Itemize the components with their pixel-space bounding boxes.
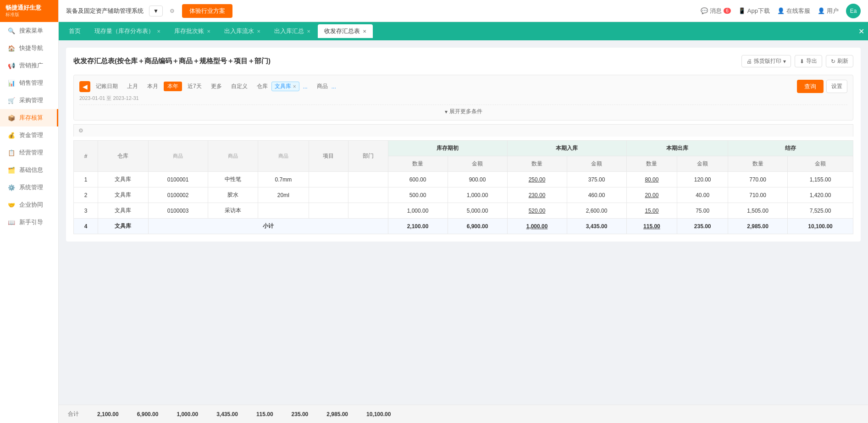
tab-flow[interactable]: 出入库流水 ✕ bbox=[218, 24, 267, 38]
sidebar-item-search[interactable]: 🔍 搜索菜单 bbox=[0, 22, 58, 39]
col-header-department: 部门 bbox=[348, 141, 388, 172]
col-opening-qty: 数量 bbox=[388, 156, 448, 172]
total-bar: 合计 2,100.00 6,900.00 1,000.00 3,435.00 1… bbox=[59, 405, 868, 423]
cell-out-amount: 75.00 bbox=[677, 203, 728, 219]
col-closing-qty: 数量 bbox=[728, 156, 788, 172]
search-button[interactable]: 查询 bbox=[797, 80, 824, 93]
filter-setting-button[interactable]: 设置 bbox=[826, 80, 847, 93]
cell-warehouse: 文具库 bbox=[98, 172, 148, 187]
cell-out-qty[interactable]: 15.00 bbox=[626, 203, 677, 219]
date-filter-label: 记账日期 bbox=[96, 82, 118, 90]
cell-department bbox=[348, 172, 388, 187]
inventory-icon: 📦 bbox=[7, 114, 16, 122]
search-icon: 🔍 bbox=[7, 27, 16, 35]
cell-product-spec: 0.7mm bbox=[258, 172, 309, 187]
cell-in-qty[interactable]: 230.00 bbox=[507, 187, 567, 203]
sidebar-item-basic[interactable]: 🗂️ 基础信息 bbox=[0, 161, 58, 179]
table-row: 3 文具库 0100003 采访本 1,000.00 5,000.00 520.… bbox=[74, 203, 853, 219]
cell-product-spec bbox=[258, 203, 309, 219]
tab-batch-close[interactable]: ✕ bbox=[207, 29, 210, 34]
tab-receive-summary-label: 收发存汇总表 bbox=[324, 27, 360, 35]
sidebar-item-purchase[interactable]: 🛒 采购管理 bbox=[0, 92, 58, 109]
expand-conditions-button[interactable]: ▾ 展开更多条件 bbox=[445, 108, 482, 115]
sidebar-item-marketing[interactable]: 📢 营销推广 bbox=[0, 57, 58, 74]
dropdown-label: ▼ bbox=[153, 8, 159, 14]
total-in-qty: 1,000.00 bbox=[177, 411, 198, 418]
message-icon: 💬 bbox=[701, 7, 708, 14]
col-header-opening: 库存期初 bbox=[388, 141, 507, 156]
sidebar-item-finance[interactable]: 💰 资金管理 bbox=[0, 126, 58, 144]
date-btn-this-year[interactable]: 本年 bbox=[164, 82, 182, 91]
sidebar-item-finance-label: 资金管理 bbox=[19, 131, 43, 139]
print-button[interactable]: 🖨 拣货版打印 ▾ bbox=[741, 55, 791, 67]
user-button[interactable]: 👤 用户 bbox=[818, 7, 839, 15]
system-dropdown[interactable]: ▼ bbox=[149, 5, 163, 16]
settings-gear-icon[interactable]: ⚙ bbox=[168, 7, 177, 15]
sidebar-item-quicknav-label: 快捷导航 bbox=[19, 44, 43, 52]
sidebar-item-sales[interactable]: 📊 销售管理 bbox=[0, 74, 58, 92]
trial-button[interactable]: 体验行业方案 bbox=[182, 4, 232, 18]
cell-index: 2 bbox=[74, 187, 98, 203]
cell-opening-qty: 500.00 bbox=[388, 187, 448, 203]
user-avatar[interactable]: Ea bbox=[846, 4, 861, 18]
page-title-actions: 🖨 拣货版打印 ▾ ⬇ 导出 ↻ 刷新 bbox=[741, 55, 853, 67]
sidebar-item-guide[interactable]: 📖 新手引导 bbox=[0, 214, 58, 231]
tab-inventory-dist-close[interactable]: ✕ bbox=[157, 29, 160, 34]
product-more-btn[interactable]: ... bbox=[332, 83, 336, 90]
warehouse-tag-close[interactable]: × bbox=[293, 83, 296, 90]
sidebar-item-enterprise[interactable]: 🤝 企业协同 bbox=[0, 196, 58, 214]
subtotal-in-qty[interactable]: 1,000.00 bbox=[507, 219, 567, 234]
total-out-amount: 235.00 bbox=[292, 411, 309, 418]
date-btn-more[interactable]: 更多 bbox=[207, 82, 226, 91]
cell-out-qty[interactable]: 20.00 bbox=[626, 187, 677, 203]
tab-inventory-dist-label: 现存量（库存分布表） bbox=[94, 27, 154, 35]
app-download-button[interactable]: 📱 App下载 bbox=[738, 7, 770, 15]
sidebar-item-operations[interactable]: 📋 经营管理 bbox=[0, 144, 58, 161]
tab-receive-summary[interactable]: 收发存汇总表 ✕ bbox=[318, 24, 373, 38]
export-button[interactable]: ⬇ 导出 bbox=[795, 55, 822, 67]
sidebar-item-quicknav[interactable]: 🏠 快捷导航 bbox=[0, 39, 58, 57]
total-opening-amount-item: 6,900.00 bbox=[137, 411, 159, 418]
date-btn-last-month[interactable]: 上月 bbox=[123, 82, 142, 91]
subtotal-opening-amount: 6,900.00 bbox=[448, 219, 507, 234]
date-btn-custom[interactable]: 自定义 bbox=[227, 82, 251, 91]
tab-summary-close[interactable]: ✕ bbox=[307, 29, 310, 34]
cell-closing-qty: 1,505.00 bbox=[728, 203, 788, 219]
tab-batch[interactable]: 库存批次账 ✕ bbox=[168, 24, 217, 38]
tab-flow-close[interactable]: ✕ bbox=[257, 29, 260, 34]
table-row: 1 文具库 0100001 中性笔 0.7mm 600.00 900.00 25… bbox=[74, 172, 853, 187]
subtotal-out-qty[interactable]: 115.00 bbox=[626, 219, 677, 234]
tab-home[interactable]: 首页 bbox=[62, 24, 87, 38]
header: 装备及固定资产辅助管理系统 ▼ ⚙ 体验行业方案 💬 消息 6 📱 App下载 … bbox=[59, 0, 868, 22]
date-btn-7days[interactable]: 近7天 bbox=[184, 82, 205, 91]
warehouse-more-btn[interactable]: ... bbox=[303, 83, 308, 90]
filter-toggle-button[interactable]: ◀ bbox=[79, 81, 90, 92]
sidebar-item-inventory[interactable]: 📦 库存核算 bbox=[0, 109, 58, 126]
cell-in-qty[interactable]: 520.00 bbox=[507, 203, 567, 219]
sidebar-item-system[interactable]: ⚙️ 系统管理 bbox=[0, 179, 58, 196]
cell-out-qty[interactable]: 80.00 bbox=[626, 172, 677, 187]
tab-summary[interactable]: 出入库汇总 ✕ bbox=[268, 24, 317, 38]
tabbar-close-icon[interactable]: ✕ bbox=[858, 27, 864, 36]
cell-department bbox=[348, 203, 388, 219]
purchase-icon: 🛒 bbox=[7, 96, 16, 104]
date-btn-this-month[interactable]: 本月 bbox=[144, 82, 162, 91]
page-title-bar: 收发存汇总表(按仓库＋商品编码＋商品＋规格型号＋项目＋部门) 🖨 拣货版打印 ▾… bbox=[73, 55, 853, 67]
cell-product-code: 0100003 bbox=[148, 203, 208, 219]
subtotal-in-amount: 3,435.00 bbox=[567, 219, 626, 234]
message-button[interactable]: 💬 消息 6 bbox=[701, 7, 731, 15]
tab-inventory-dist[interactable]: 现存量（库存分布表） ✕ bbox=[88, 24, 167, 38]
online-service-button[interactable]: 👤 在线客服 bbox=[777, 7, 810, 15]
tab-receive-summary-close[interactable]: ✕ bbox=[363, 29, 366, 34]
warehouse-tag: 文具库 × bbox=[271, 82, 299, 91]
product-filter-label: 商品 bbox=[317, 82, 328, 90]
total-label: 合计 bbox=[68, 410, 79, 418]
cell-index: 1 bbox=[74, 172, 98, 187]
sidebar-item-enterprise-label: 企业协同 bbox=[19, 201, 43, 209]
table-settings-icon[interactable]: ⚙ bbox=[78, 127, 83, 134]
refresh-button[interactable]: ↻ 刷新 bbox=[826, 55, 853, 67]
col-opening-amount: 金额 bbox=[448, 156, 507, 172]
total-in-amount-item: 3,435.00 bbox=[216, 411, 238, 418]
cell-in-amount: 2,600.00 bbox=[567, 203, 626, 219]
cell-in-qty[interactable]: 250.00 bbox=[507, 172, 567, 187]
